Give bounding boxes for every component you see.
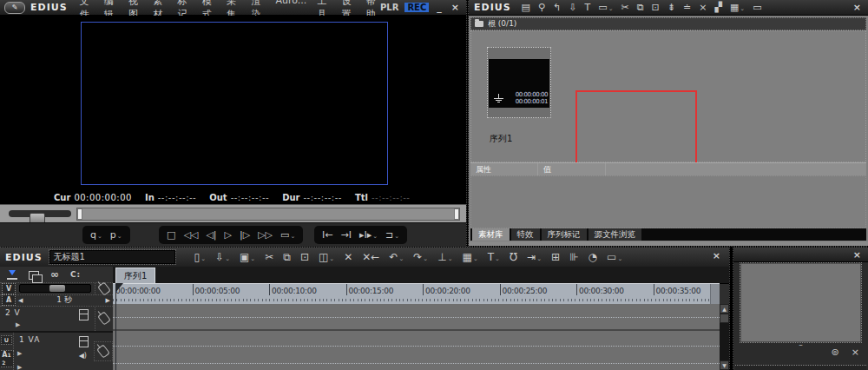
- sync-button[interactable]: ≐: [683, 2, 691, 13]
- shuttle-button[interactable]: p⌄: [110, 229, 122, 241]
- save-project-button[interactable]: ▣⌄: [240, 252, 255, 263]
- view-mode-button[interactable]: ▦⌄: [730, 2, 745, 13]
- cut-button[interactable]: ✂: [621, 2, 629, 13]
- dropdown-arrow-icon[interactable]: ⌄: [398, 255, 404, 263]
- trim-mode-button[interactable]: ▦⌄: [463, 252, 478, 263]
- timeline-tracks-area[interactable]: [113, 304, 720, 370]
- dropdown-arrow-icon[interactable]: ⌄: [290, 233, 295, 241]
- ripple-delete-button[interactable]: ✕←: [362, 252, 379, 263]
- stop-button[interactable]: □: [167, 229, 175, 241]
- bin-content-area[interactable]: 00:00:00:00 00:00:00:01 序列1: [470, 30, 866, 162]
- property-table-body[interactable]: [470, 175, 866, 228]
- dropdown-arrow-icon[interactable]: ⌄: [329, 255, 334, 263]
- add-to-timeline-button[interactable]: ⇟: [667, 2, 675, 13]
- multicam-button[interactable]: ⊞: [551, 252, 560, 263]
- track-row-1va-audio[interactable]: [113, 347, 720, 364]
- up-level-button[interactable]: ↰: [553, 2, 561, 13]
- position-bar[interactable]: [76, 208, 460, 221]
- play-around-button[interactable]: ▸I▸⌄: [359, 229, 378, 241]
- bin-clip-card[interactable]: 00:00:00:00 00:00:00:01 序列1: [487, 47, 551, 118]
- bin-tab-特效[interactable]: 特效: [511, 228, 540, 241]
- new-folder-button[interactable]: ▤: [522, 2, 530, 13]
- title-tool-button[interactable]: T⌄: [488, 252, 500, 263]
- timeline-close-button[interactable]: ×: [711, 250, 722, 261]
- timeline-scale-slider[interactable]: [19, 284, 91, 293]
- timeline-vertical-scrollbar[interactable]: ▲ ▼: [720, 304, 729, 370]
- loop-button[interactable]: ∞: [50, 269, 59, 281]
- track-header-2v[interactable]: 2 V ▶: [0, 306, 113, 333]
- speaker-icon[interactable]: ◀): [79, 352, 87, 360]
- scroll-up-button[interactable]: ▲: [720, 304, 729, 314]
- track-expand-icon[interactable]: ▶: [17, 350, 22, 357]
- delete-button[interactable]: ×: [699, 2, 707, 13]
- audio-mixer-button[interactable]: ⊪: [569, 252, 578, 263]
- sequence-tab[interactable]: 序列1: [115, 268, 155, 283]
- track-header-1va[interactable]: ∪ A12 1 VA ▶ ◀) ▶: [0, 333, 113, 370]
- bin-tab-素材库[interactable]: 素材库: [472, 228, 510, 241]
- timeline-scale-value[interactable]: 1 秒: [25, 294, 102, 306]
- track-row-bottom[interactable]: [113, 364, 720, 370]
- property-column-2[interactable]: 值: [538, 163, 606, 175]
- audio-patch-button[interactable]: A12: [0, 350, 14, 367]
- undo-button[interactable]: ↶⌄: [389, 252, 404, 263]
- dropdown-arrow-icon[interactable]: ⌄: [225, 255, 230, 263]
- mark-out-button[interactable]: →I: [340, 229, 351, 241]
- edius-logo-icon[interactable]: ✎: [4, 2, 25, 14]
- dropdown-arrow-icon[interactable]: ⌄: [97, 233, 102, 241]
- timeline-scale-handle[interactable]: [49, 285, 65, 292]
- scale-right-icon[interactable]: ▶: [106, 297, 110, 304]
- video-mute-button[interactable]: V: [2, 283, 16, 294]
- properties-button[interactable]: ▞: [714, 2, 721, 13]
- new-project-button[interactable]: ▯⌄: [194, 252, 206, 263]
- dropdown-arrow-icon[interactable]: ⌄: [394, 233, 399, 241]
- timeline-ruler[interactable]: 00:00:00:0000:00:05:0000:00:10:0000:00:1…: [113, 283, 720, 305]
- voiceover-button[interactable]: ℧: [510, 252, 517, 263]
- jog-button[interactable]: q⌄: [90, 229, 102, 241]
- monitor-button[interactable]: ▭⌄: [280, 229, 295, 241]
- rec-mode-button[interactable]: REC: [404, 3, 429, 12]
- bin-close-button[interactable]: ×: [852, 2, 863, 13]
- track-row-2v-sub[interactable]: [113, 318, 720, 331]
- open-project-button[interactable]: ⇩⌄: [215, 252, 230, 263]
- track-layout-icon[interactable]: [79, 309, 89, 320]
- track-mouse-cell[interactable]: [95, 282, 113, 294]
- prev-frame-button[interactable]: ◁|: [206, 229, 216, 241]
- dropdown-arrow-icon[interactable]: ⌄: [617, 255, 622, 263]
- minimize-button[interactable]: _: [435, 2, 444, 13]
- dropdown-arrow-icon[interactable]: ⌄: [250, 255, 255, 263]
- project-name-field[interactable]: 无标题1: [49, 250, 175, 264]
- plr-mode-button[interactable]: PLR: [380, 3, 398, 12]
- search-button[interactable]: ⚲: [538, 2, 545, 13]
- dropdown-arrow-icon[interactable]: ⌄: [536, 255, 542, 263]
- track-expand-icon[interactable]: ▶: [17, 364, 22, 370]
- track-expand-icon[interactable]: ▶: [16, 321, 20, 328]
- shuttle-slider[interactable]: [9, 210, 71, 217]
- dropdown-arrow-icon[interactable]: ⌄: [740, 5, 745, 13]
- drive-button[interactable]: C:: [70, 269, 81, 281]
- redo-button[interactable]: ↷⌄: [413, 252, 428, 263]
- dropdown-arrow-icon[interactable]: ⌄: [117, 233, 122, 241]
- insert-mode-button[interactable]: ◫⌄: [319, 252, 334, 263]
- paste-button[interactable]: ⊡: [300, 252, 309, 263]
- track-mouse-cell[interactable]: [94, 341, 113, 361]
- track-row-2v-video[interactable]: [113, 304, 720, 318]
- scroll-track[interactable]: [720, 323, 729, 360]
- video-patch-button[interactable]: ∪: [1, 335, 12, 345]
- close-button[interactable]: ×: [450, 2, 461, 13]
- track-mouse-cell[interactable]: [95, 306, 113, 331]
- next-frame-button[interactable]: |▷: [240, 229, 250, 241]
- cut-button[interactable]: ✂: [265, 252, 273, 263]
- sequence-settings-button[interactable]: ▭⌄: [607, 252, 622, 263]
- mark-in-button[interactable]: I←: [322, 229, 332, 241]
- export-button[interactable]: ⇥⌄: [527, 252, 542, 263]
- copy-button[interactable]: ⧉: [283, 252, 291, 263]
- offline-clip-button[interactable]: ▭: [753, 2, 761, 13]
- dropdown-arrow-icon[interactable]: ⌄: [201, 255, 206, 263]
- dropdown-arrow-icon[interactable]: ⌄: [608, 5, 614, 13]
- track-layout-icon[interactable]: [79, 336, 89, 347]
- cascade-button[interactable]: [29, 269, 39, 280]
- speed-button[interactable]: ◔: [589, 252, 597, 263]
- fast-forward-button[interactable]: ▷▷: [258, 229, 273, 241]
- track-row-1va-video[interactable]: [113, 331, 720, 347]
- close-button[interactable]: ×: [852, 347, 859, 358]
